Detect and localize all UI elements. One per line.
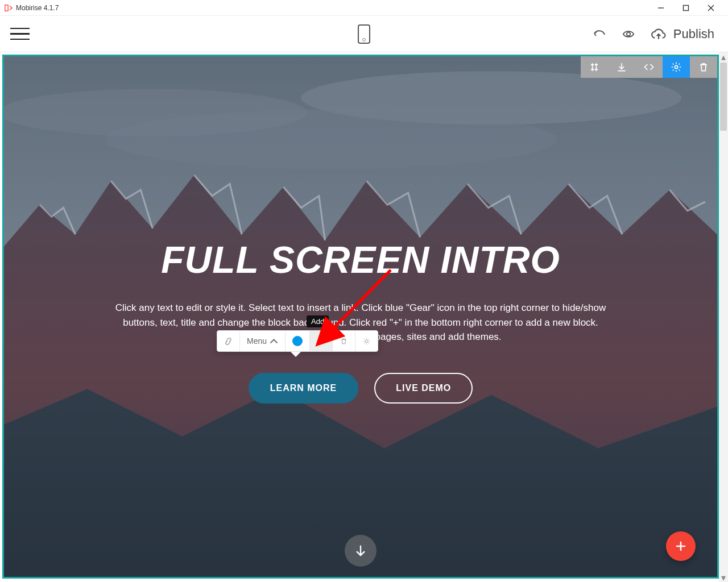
- block-delete-button[interactable]: [690, 56, 717, 78]
- hero-title[interactable]: FULL SCREEN INTRO: [161, 238, 560, 281]
- color-swatch-icon: [292, 336, 303, 346]
- app-logo-icon: [5, 4, 13, 12]
- main-toolbar: Publish: [0, 16, 728, 52]
- publish-button[interactable]: Publish: [650, 27, 714, 41]
- block-move-button[interactable]: [581, 56, 608, 78]
- svg-point-12: [365, 340, 368, 343]
- block-code-button[interactable]: [635, 56, 663, 78]
- window-titlebar: Mobirise 4.1.7: [0, 0, 728, 16]
- sun-outline-icon: [362, 337, 371, 346]
- arrow-down-icon: [353, 543, 369, 559]
- svg-point-11: [675, 65, 677, 68]
- svg-rect-0: [5, 5, 8, 11]
- add-tooltip: Add: [307, 315, 329, 327]
- popup-menu-label: Menu: [247, 336, 267, 346]
- window-close-button[interactable]: [698, 0, 723, 16]
- button-editor-popup: Add Menu: [217, 330, 378, 352]
- publish-label: Publish: [673, 27, 714, 41]
- trash-icon: [698, 61, 709, 73]
- canvas-area: ▴ ▾: [0, 52, 728, 582]
- trash-icon: [340, 337, 348, 346]
- device-preview-toggle[interactable]: [358, 24, 370, 44]
- add-block-fab[interactable]: [666, 531, 696, 561]
- hamburger-menu-button[interactable]: [0, 28, 40, 40]
- scrollbar-thumb[interactable]: [720, 63, 727, 131]
- svg-point-5: [627, 32, 630, 35]
- popup-link-button[interactable]: [217, 331, 240, 351]
- live-demo-button[interactable]: LIVE DEMO: [374, 373, 473, 404]
- hero-block[interactable]: FULL SCREEN INTRO Click any text to edit…: [4, 56, 717, 577]
- popup-color-button[interactable]: [286, 331, 310, 351]
- popup-style-button[interactable]: [355, 331, 378, 351]
- chevron-up-icon: [270, 337, 278, 346]
- hero-button-row: LEARN MORE LIVE DEMO: [249, 373, 473, 404]
- preview-button[interactable]: [620, 26, 637, 43]
- block-save-button[interactable]: [608, 56, 635, 78]
- selected-block-frame: FULL SCREEN INTRO Click any text to edit…: [2, 55, 719, 579]
- popup-remove-button[interactable]: [333, 331, 355, 351]
- gear-icon: [671, 61, 682, 73]
- window-title: Mobirise 4.1.7: [16, 4, 59, 12]
- vertical-scrollbar[interactable]: ▴ ▾: [719, 52, 728, 582]
- block-settings-button[interactable]: [663, 56, 690, 78]
- undo-button[interactable]: [590, 26, 607, 43]
- plus-icon: [317, 337, 325, 346]
- window-minimize-button[interactable]: [648, 0, 673, 16]
- svg-rect-2: [684, 5, 689, 10]
- window-maximize-button[interactable]: [673, 0, 698, 16]
- learn-more-button[interactable]: LEARN MORE: [249, 373, 359, 404]
- scrollbar-up-button[interactable]: ▴: [719, 52, 728, 61]
- block-toolbar: [581, 56, 717, 78]
- scrollbar-down-button[interactable]: ▾: [719, 573, 728, 582]
- mobile-device-icon: [358, 24, 370, 44]
- plus-icon: [674, 539, 688, 553]
- popup-add-button[interactable]: [310, 331, 333, 351]
- link-icon: [224, 337, 233, 346]
- cloud-upload-icon: [650, 27, 668, 41]
- popup-arrow-pointer: [291, 352, 301, 357]
- scroll-down-button[interactable]: [345, 535, 377, 567]
- hero-content: FULL SCREEN INTRO Click any text to edit…: [4, 56, 717, 577]
- popup-menu-dropdown[interactable]: Menu: [240, 331, 286, 351]
